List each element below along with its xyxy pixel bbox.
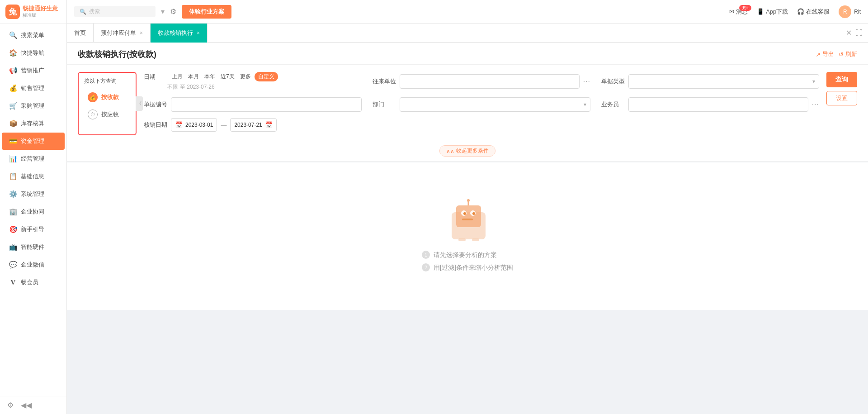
empty-state: 1 请先选择要分析的方案 2 用[过滤]条件来缩小分析范围 xyxy=(67,162,868,310)
filter-doc-type-row: 单据类型 ▾ xyxy=(601,72,819,91)
tab-home[interactable]: 首页 xyxy=(67,24,94,43)
sidebar-item-newbie[interactable]: 🎯 新手引导 xyxy=(2,221,65,238)
maximize-tab-icon[interactable]: ⛶ xyxy=(855,29,863,37)
sidebar-item-system[interactable]: ⚙️ 系统管理 xyxy=(2,186,65,203)
settings-button[interactable]: 设置 xyxy=(826,91,857,105)
sidebar-item-purchase[interactable]: 🛒 采购管理 xyxy=(2,97,65,114)
date-btn-this-year[interactable]: 本年 xyxy=(203,72,217,81)
top-search-bar[interactable]: 🔍 搜索 xyxy=(74,6,156,17)
doc-number-input[interactable] xyxy=(171,97,362,112)
date-btn-more[interactable]: 更多 xyxy=(238,72,253,81)
date-no-limit-row: 不限 至 2023-07-26 xyxy=(167,83,362,91)
query-by-receivable[interactable]: ⏱ 按应收 xyxy=(84,107,130,122)
sidebar-item-label: 基础信息 xyxy=(21,172,44,181)
online-service-link[interactable]: 🎧 在线客服 xyxy=(797,8,830,16)
wechat-icon: 💬 xyxy=(9,261,17,269)
doc-type-select[interactable]: ▾ xyxy=(628,74,819,89)
counterparty-more-icon[interactable]: ··· xyxy=(583,77,590,86)
date-quick-btns: 上月 本月 本年 近7天 更多 自定义 xyxy=(170,72,278,81)
filter-row-2: 单据编号 部门 ▾ 业务员 · xyxy=(144,97,819,112)
verify-date-start-input[interactable]: 📅 2023-03-01 xyxy=(171,118,217,132)
collapse-sidebar-icon[interactable]: ◀◀ xyxy=(21,401,32,409)
date-btn-this-month[interactable]: 本月 xyxy=(186,72,201,81)
sidebar-item-label: 搜索菜单 xyxy=(21,31,44,39)
tab-prepay[interactable]: 预付冲应付单 × xyxy=(94,24,151,43)
settings-footer-icon[interactable]: ⚙ xyxy=(7,401,14,409)
chevron-down-icon: ▾ xyxy=(812,78,815,85)
sidebar-item-smart-hw[interactable]: 📺 智能硬件 xyxy=(2,238,65,256)
sidebar-menu: 🔍 搜索菜单 🏠 快捷导航 📢 营销推广 💰 销售管理 🛒 采购管理 📦 库存核… xyxy=(0,24,66,396)
refresh-button[interactable]: ↺ 刷新 xyxy=(839,50,857,58)
filter-panel: 按以下方查询 💰 按收款 ⏱ 按应收 《 日期 xyxy=(67,65,868,143)
svg-point-8 xyxy=(467,199,470,202)
user-info[interactable]: R Rit xyxy=(839,5,861,18)
tab-bar: 首页 预付冲应付单 × 收款核销执行 × ✕ ⛶ xyxy=(67,24,868,43)
message-icon: ✉ xyxy=(729,8,734,15)
counterparty-label: 往来单位 xyxy=(373,77,396,86)
sidebar-item-basic-info[interactable]: 📋 基础信息 xyxy=(2,168,65,185)
sidebar-item-search-menu[interactable]: 🔍 搜索菜单 xyxy=(2,27,65,44)
dropdown-arrow-icon: ▾ xyxy=(161,7,165,16)
date-btn-custom[interactable]: 自定义 xyxy=(255,72,278,81)
filter-actions: 查询 设置 xyxy=(826,72,857,135)
message-count-badge: 99+ xyxy=(739,5,751,11)
industry-solution-button[interactable]: 体验行业方案 xyxy=(182,5,231,19)
tab-close-collection[interactable]: × xyxy=(197,30,200,36)
sidebar-item-inventory[interactable]: 📦 库存核算 xyxy=(2,115,65,132)
collapse-more-button[interactable]: ∧∧ 收起更多条件 xyxy=(439,145,495,157)
date-btn-last-month[interactable]: 上月 xyxy=(170,72,184,81)
sidebar-item-quick-nav[interactable]: 🏠 快捷导航 xyxy=(2,44,65,62)
query-type-label: 按以下方查询 xyxy=(84,77,130,85)
smart-hw-icon: 📺 xyxy=(9,243,17,251)
sidebar-item-label: 系统管理 xyxy=(21,190,44,198)
empty-svg xyxy=(445,199,495,242)
sales-icon: 💰 xyxy=(9,84,17,92)
empty-illustration xyxy=(445,199,490,239)
sidebar-item-capital[interactable]: 💳 资金管理 xyxy=(2,133,65,150)
query-type-collapse-btn[interactable]: 《 xyxy=(136,96,143,111)
query-button[interactable]: 查询 xyxy=(826,72,857,87)
marketing-icon: 📢 xyxy=(9,67,17,75)
tab-close-prepay[interactable]: × xyxy=(140,30,143,36)
salesperson-input[interactable] xyxy=(628,97,808,112)
salesperson-more-icon[interactable]: ··· xyxy=(812,100,819,109)
query-by-collection[interactable]: 💰 按收款 xyxy=(84,90,130,105)
export-button[interactable]: ↗ 导出 xyxy=(816,50,834,58)
tab-bar-actions: ✕ ⛶ xyxy=(846,29,868,37)
salesperson-label: 业务员 xyxy=(601,100,625,109)
operation-icon: 📊 xyxy=(9,155,17,163)
mobile-icon: 📱 xyxy=(757,8,764,15)
doc-number-label: 单据编号 xyxy=(144,100,167,109)
query-type-box: 按以下方查询 💰 按收款 ⏱ 按应收 《 xyxy=(78,72,137,135)
sidebar-item-sales[interactable]: 💰 销售管理 xyxy=(2,80,65,97)
system-icon: ⚙️ xyxy=(9,190,17,198)
sidebar-item-operation[interactable]: 📊 经营管理 xyxy=(2,150,65,167)
verify-date-end-input[interactable]: 2023-07-21 📅 xyxy=(230,118,276,132)
sidebar-item-label: 资金管理 xyxy=(21,137,44,145)
capital-icon: 💳 xyxy=(9,137,17,145)
sidebar-item-enterprise[interactable]: 🏢 企业协同 xyxy=(2,203,65,220)
sidebar-item-marketing[interactable]: 📢 营销推广 xyxy=(2,62,65,79)
refresh-icon: ↺ xyxy=(839,51,844,58)
close-tab-icon[interactable]: ✕ xyxy=(846,29,852,37)
date-btn-last-7-days[interactable]: 近7天 xyxy=(219,72,236,81)
filter-salesperson-row: 业务员 ··· xyxy=(601,97,819,112)
sidebar-item-vip[interactable]: V 畅会员 xyxy=(2,274,65,291)
counterparty-input[interactable] xyxy=(400,74,580,89)
user-name-label: Rit xyxy=(854,9,861,15)
date-no-limit: 不限 xyxy=(167,83,178,91)
dept-chevron-down-icon: ▾ xyxy=(584,101,586,108)
tab-collection[interactable]: 收款核销执行 × xyxy=(151,24,208,43)
sidebar-item-wechat[interactable]: 💬 企业微信 xyxy=(2,256,65,273)
sidebar-footer: ⚙ ◀◀ xyxy=(0,396,66,414)
filter-date-group: 日期 上月 本月 本年 近7天 更多 自定义 不限 xyxy=(144,72,362,91)
app-download-link[interactable]: 📱 App下载 xyxy=(757,8,788,16)
message-badge[interactable]: ✉ 消息 99+ xyxy=(729,8,748,16)
top-bar: 🔍 搜索 ▾ ⚙ 体验行业方案 ✉ 消息 99+ 📱 App下载 🎧 在线客服 … xyxy=(67,0,868,24)
filter-row-1: 日期 上月 本月 本年 近7天 更多 自定义 不限 xyxy=(144,72,819,91)
filter-doc-number-row: 单据编号 xyxy=(144,97,362,112)
by-collection-icon: 💰 xyxy=(88,92,98,102)
search-icon: 🔍 xyxy=(80,9,86,15)
department-select[interactable]: ▾ xyxy=(400,97,590,112)
settings-top-icon[interactable]: ⚙ xyxy=(170,7,176,16)
